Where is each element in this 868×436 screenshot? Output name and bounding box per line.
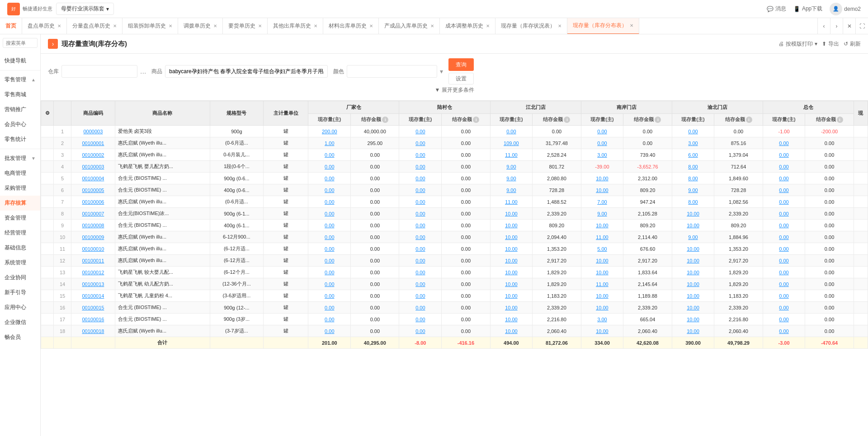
qty-link[interactable]: 0.00 [308, 267, 351, 278]
sidebar-item-basic-info[interactable]: 基础信息 [0, 240, 40, 255]
col-settings[interactable]: ⚙ [41, 101, 54, 126]
export-btn[interactable]: ⬆ 导出 [822, 40, 839, 48]
qty-link[interactable]: 0.00 [399, 184, 442, 196]
qty-link[interactable]: 0.00 [399, 243, 442, 255]
close-icon[interactable]: ✕ [430, 23, 434, 28]
qty-link[interactable]: 0.00 [399, 137, 442, 149]
info-icon[interactable]: i [564, 117, 570, 123]
qty-link[interactable]: 0.00 [308, 302, 351, 314]
query-button[interactable]: 查询 [448, 58, 474, 71]
user-area[interactable]: 👤 demo2 [830, 3, 861, 15]
qty-link[interactable]: 0.00 [399, 314, 442, 325]
sidebar-item-enterprise[interactable]: 企业协同 [0, 270, 40, 285]
qty-link[interactable]: 00100009 [71, 231, 115, 243]
tab-t11[interactable]: 现存量（库存分布表） ✕ [567, 18, 639, 34]
qty-link[interactable]: 8.00 [672, 173, 714, 184]
qty-link[interactable]: 0.00 [399, 267, 442, 278]
qty-link[interactable]: 0.00 [399, 325, 442, 337]
nav-close-btn[interactable]: ✕ [843, 18, 855, 34]
qty-link[interactable]: 10.00 [672, 255, 714, 267]
tab-t7[interactable]: 材料出库单历史 ✕ [323, 18, 379, 34]
qty-link[interactable]: 10.00 [672, 325, 714, 337]
qty-link[interactable]: 109.00 [490, 137, 533, 149]
qty-link[interactable]: 00100016 [71, 314, 115, 325]
qty-link[interactable]: 0.00 [308, 220, 351, 231]
qty-link[interactable]: 00100011 [71, 255, 115, 267]
sidebar-item-shortcuts[interactable]: 快捷导航 [0, 53, 40, 68]
close-icon[interactable]: ✕ [57, 23, 61, 28]
qty-link[interactable]: 9.00 [672, 231, 714, 243]
qty-link[interactable]: 00100003 [71, 161, 115, 173]
color-input[interactable] [347, 65, 437, 78]
sidebar-item-app-center[interactable]: 应用中心 [0, 300, 40, 315]
qty-link[interactable]: 0.00 [399, 278, 442, 290]
close-icon[interactable]: ✕ [213, 23, 217, 28]
qty-link[interactable]: 9.00 [490, 173, 533, 184]
nav-prev-btn[interactable]: ‹ [817, 18, 830, 34]
app-download-btn[interactable]: 📱 App下载 [793, 5, 822, 13]
sidebar-item-marketing[interactable]: 营销推广 [0, 102, 40, 117]
close-icon[interactable]: ✕ [113, 23, 117, 28]
qty-link[interactable]: 10.00 [672, 220, 714, 231]
close-icon[interactable]: ✕ [258, 23, 262, 28]
qty-link[interactable]: 00100008 [71, 220, 115, 231]
info-icon[interactable]: i [473, 117, 479, 123]
qty-link[interactable]: 10.00 [490, 314, 533, 325]
qty-link[interactable]: 0.00 [399, 231, 442, 243]
qty-link[interactable]: 0.00 [399, 255, 442, 267]
qty-link[interactable]: 0.00 [672, 126, 714, 137]
sidebar-item-system[interactable]: 系统管理 [0, 255, 40, 270]
sidebar-item-guide[interactable]: 新手引导 [0, 285, 40, 300]
qty-link[interactable]: 0.00 [399, 290, 442, 302]
qty-link[interactable]: 9.00 [672, 184, 714, 196]
tab-home[interactable]: 首页 [0, 18, 22, 34]
set-button[interactable]: 设置 [448, 73, 474, 84]
qty-link[interactable]: 00100001 [71, 137, 115, 149]
qty-link[interactable]: 10.00 [672, 243, 714, 255]
qty-link[interactable]: 00100005 [71, 184, 115, 196]
warehouse-input[interactable] [61, 65, 137, 78]
qty-link[interactable]: 10.00 [672, 267, 714, 278]
qty-link[interactable]: 0.00 [399, 173, 442, 184]
qty-link[interactable]: 0.00 [308, 290, 351, 302]
sidebar-item-retail-mall[interactable]: 零售商城 [0, 87, 40, 102]
qty-link[interactable]: 0.00 [399, 302, 442, 314]
close-icon[interactable]: ✕ [369, 23, 373, 28]
page-nav-arrow[interactable]: › [48, 39, 58, 49]
qty-link[interactable]: 0.00 [399, 208, 442, 220]
qty-link[interactable]: 10.00 [490, 220, 533, 231]
qty-link[interactable]: 0.00 [399, 126, 442, 137]
qty-link[interactable]: 8.00 [672, 196, 714, 208]
sidebar-item-wholesale[interactable]: 批发管理 ▼ [0, 151, 40, 166]
qty-link[interactable]: 0.00 [308, 314, 351, 325]
search-input[interactable] [3, 38, 38, 48]
qty-link[interactable]: 6.00 [672, 149, 714, 161]
tab-t3[interactable]: 组装拆卸单历史 ✕ [123, 18, 178, 34]
industry-selector[interactable]: 母婴行业演示陈套 ▾ [56, 3, 114, 15]
info-icon[interactable]: i [837, 117, 843, 123]
qty-link[interactable]: 0.00 [308, 208, 351, 220]
qty-link[interactable]: 0.00 [308, 149, 351, 161]
qty-link[interactable]: 00100007 [71, 208, 115, 220]
qty-link[interactable]: 0.00 [308, 278, 351, 290]
sidebar-item-retail-mgmt[interactable]: 零售管理 ▲ [0, 72, 40, 87]
qty-link[interactable]: 0.00 [308, 325, 351, 337]
sidebar-item-ecommerce[interactable]: 电商管理 [0, 166, 40, 181]
tab-t9[interactable]: 成本调整单历史 ✕ [440, 18, 495, 34]
info-icon[interactable]: i [655, 117, 661, 123]
close-icon[interactable]: ✕ [314, 23, 317, 28]
tab-t8[interactable]: 产成品入库单历史 ✕ [379, 18, 440, 34]
qty-link[interactable]: 0.00 [308, 255, 351, 267]
sidebar-item-members[interactable]: 会员中心 [0, 117, 40, 132]
qty-link[interactable]: 10.00 [490, 231, 533, 243]
qty-link[interactable]: 00100015 [71, 302, 115, 314]
qty-link[interactable]: 00100012 [71, 267, 115, 278]
info-icon[interactable]: i [382, 117, 388, 123]
print-btn[interactable]: 🖨 按模版打印 ▾ [778, 40, 817, 48]
nav-next-btn[interactable]: › [830, 18, 843, 34]
tab-t5[interactable]: 要货单历史 ✕ [223, 18, 268, 34]
sidebar-item-changyuanvip[interactable]: 畅会员 [0, 330, 40, 345]
sidebar-item-purchase[interactable]: 采购管理 [0, 181, 40, 196]
qty-link[interactable]: 00100010 [71, 243, 115, 255]
qty-link[interactable]: 00100006 [71, 196, 115, 208]
